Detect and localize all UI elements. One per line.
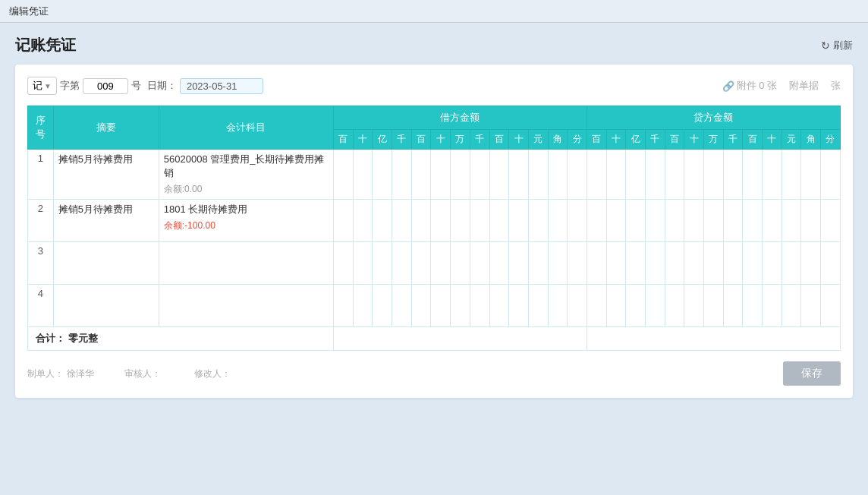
row-0-debit-2[interactable] bbox=[373, 150, 392, 200]
row-2-credit-7[interactable] bbox=[723, 242, 743, 285]
row-1-account[interactable]: 1801 长期待摊费用余额:-100.00 bbox=[159, 200, 333, 242]
row-2-debit-6[interactable] bbox=[451, 242, 470, 285]
row-2-credit-11[interactable] bbox=[801, 242, 821, 285]
row-0-credit-6[interactable] bbox=[703, 150, 723, 200]
row-0-credit-5[interactable] bbox=[684, 150, 704, 200]
attachment-link[interactable]: 🔗 附件 0 张 bbox=[722, 79, 777, 93]
row-1-credit-5[interactable] bbox=[684, 200, 704, 242]
row-3-debit-2[interactable] bbox=[373, 285, 392, 327]
row-1-debit-8[interactable] bbox=[489, 200, 509, 242]
row-3-credit-1[interactable] bbox=[606, 285, 626, 327]
row-0-debit-5[interactable] bbox=[431, 150, 451, 200]
row-0-credit-7[interactable] bbox=[723, 150, 743, 200]
row-2-credit-0[interactable] bbox=[587, 242, 606, 285]
row-1-debit-5[interactable] bbox=[431, 200, 451, 242]
voucher-type-button[interactable]: 记 ▼ bbox=[27, 77, 57, 95]
row-0-debit-7[interactable] bbox=[470, 150, 489, 200]
row-3-debit-3[interactable] bbox=[392, 285, 412, 327]
row-3-credit-12[interactable] bbox=[820, 285, 840, 327]
row-2-credit-5[interactable] bbox=[684, 242, 704, 285]
row-2-debit-5[interactable] bbox=[431, 242, 451, 285]
row-0-credit-4[interactable] bbox=[665, 150, 684, 200]
date-input[interactable] bbox=[180, 78, 263, 94]
row-3-debit-8[interactable] bbox=[489, 285, 509, 327]
row-1-summary[interactable]: 摊销5月待摊费用 bbox=[53, 200, 159, 242]
row-2-credit-10[interactable] bbox=[782, 242, 801, 285]
row-3-credit-6[interactable] bbox=[703, 285, 723, 327]
row-0-debit-9[interactable] bbox=[509, 150, 529, 200]
row-2-credit-3[interactable] bbox=[645, 242, 665, 285]
row-1-debit-1[interactable] bbox=[353, 200, 373, 242]
row-0-credit-2[interactable] bbox=[626, 150, 646, 200]
voucher-number-input[interactable] bbox=[83, 78, 128, 94]
row-2-debit-11[interactable] bbox=[548, 242, 568, 285]
row-1-credit-10[interactable] bbox=[782, 200, 801, 242]
row-3-credit-7[interactable] bbox=[723, 285, 743, 327]
save-button[interactable]: 保存 bbox=[783, 361, 841, 386]
row-3-credit-11[interactable] bbox=[801, 285, 821, 327]
row-1-credit-8[interactable] bbox=[743, 200, 763, 242]
row-0-debit-3[interactable] bbox=[392, 150, 412, 200]
row-2-debit-0[interactable] bbox=[334, 242, 354, 285]
row-0-credit-3[interactable] bbox=[645, 150, 665, 200]
row-3-debit-11[interactable] bbox=[548, 285, 568, 327]
row-0-debit-11[interactable] bbox=[548, 150, 568, 200]
row-2-credit-8[interactable] bbox=[743, 242, 763, 285]
row-3-debit-12[interactable] bbox=[568, 285, 587, 327]
row-2-credit-2[interactable] bbox=[626, 242, 646, 285]
row-0-account[interactable]: 56020008 管理费用_长期待摊费用摊销余额:0.00 bbox=[159, 150, 333, 200]
row-1-debit-6[interactable] bbox=[451, 200, 470, 242]
row-1-debit-3[interactable] bbox=[392, 200, 412, 242]
row-2-summary[interactable] bbox=[53, 242, 159, 285]
row-0-credit-0[interactable] bbox=[587, 150, 606, 200]
row-0-debit-10[interactable] bbox=[528, 150, 548, 200]
row-0-credit-1[interactable] bbox=[606, 150, 626, 200]
row-0-summary[interactable]: 摊销5月待摊费用 bbox=[53, 150, 159, 200]
row-2-account[interactable] bbox=[159, 242, 333, 285]
row-0-debit-12[interactable] bbox=[568, 150, 587, 200]
row-1-credit-11[interactable] bbox=[801, 200, 821, 242]
row-2-debit-4[interactable] bbox=[411, 242, 431, 285]
row-2-credit-4[interactable] bbox=[665, 242, 684, 285]
row-3-debit-9[interactable] bbox=[509, 285, 529, 327]
row-2-debit-7[interactable] bbox=[470, 242, 489, 285]
row-3-debit-6[interactable] bbox=[451, 285, 470, 327]
row-2-debit-8[interactable] bbox=[489, 242, 509, 285]
row-2-debit-1[interactable] bbox=[353, 242, 373, 285]
row-3-credit-0[interactable] bbox=[587, 285, 606, 327]
row-3-debit-4[interactable] bbox=[411, 285, 431, 327]
row-3-debit-1[interactable] bbox=[353, 285, 373, 327]
row-1-credit-0[interactable] bbox=[587, 200, 606, 242]
row-1-debit-4[interactable] bbox=[411, 200, 431, 242]
row-1-credit-1[interactable] bbox=[606, 200, 626, 242]
row-0-credit-10[interactable] bbox=[782, 150, 801, 200]
row-2-debit-10[interactable] bbox=[528, 242, 548, 285]
row-0-credit-9[interactable] bbox=[762, 150, 782, 200]
row-0-debit-6[interactable] bbox=[451, 150, 470, 200]
row-3-debit-7[interactable] bbox=[470, 285, 489, 327]
row-0-debit-0[interactable] bbox=[334, 150, 354, 200]
row-1-debit-2[interactable] bbox=[373, 200, 392, 242]
row-3-summary[interactable] bbox=[53, 285, 159, 327]
row-3-credit-9[interactable] bbox=[762, 285, 782, 327]
row-1-credit-9[interactable] bbox=[762, 200, 782, 242]
row-2-debit-3[interactable] bbox=[392, 242, 412, 285]
row-0-credit-12[interactable] bbox=[820, 150, 840, 200]
row-1-debit-12[interactable] bbox=[568, 200, 587, 242]
row-0-credit-8[interactable] bbox=[743, 150, 763, 200]
row-1-debit-9[interactable] bbox=[509, 200, 529, 242]
row-1-debit-0[interactable] bbox=[334, 200, 354, 242]
row-3-debit-5[interactable] bbox=[431, 285, 451, 327]
row-1-credit-3[interactable] bbox=[645, 200, 665, 242]
row-0-debit-4[interactable] bbox=[411, 150, 431, 200]
row-1-credit-12[interactable] bbox=[820, 200, 840, 242]
row-2-credit-6[interactable] bbox=[703, 242, 723, 285]
row-2-debit-9[interactable] bbox=[509, 242, 529, 285]
row-3-credit-2[interactable] bbox=[626, 285, 646, 327]
row-1-debit-11[interactable] bbox=[548, 200, 568, 242]
row-1-credit-4[interactable] bbox=[665, 200, 684, 242]
row-1-credit-7[interactable] bbox=[723, 200, 743, 242]
row-3-account[interactable] bbox=[159, 285, 333, 327]
row-1-debit-10[interactable] bbox=[528, 200, 548, 242]
row-2-debit-12[interactable] bbox=[568, 242, 587, 285]
